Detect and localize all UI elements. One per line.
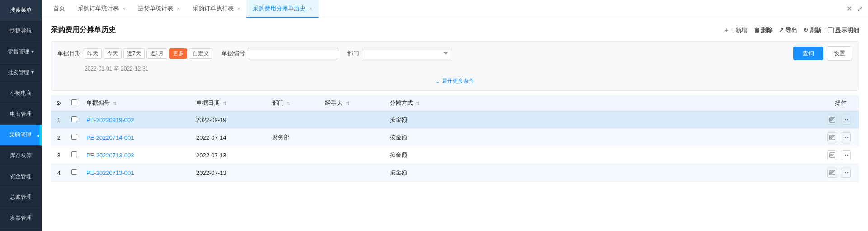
table-row[interactable]: 1 PE-20220919-002 2022-09-19 按金额 bbox=[51, 111, 859, 129]
col-split-method[interactable]: 分摊方式 ⇅ bbox=[385, 95, 823, 111]
view-action-icon[interactable] bbox=[827, 150, 837, 160]
refresh-label: 刷新 bbox=[810, 26, 821, 34]
more-action-icon[interactable] bbox=[841, 150, 851, 160]
row-split-method: 按金额 bbox=[385, 129, 823, 146]
maximize-icon[interactable]: ⤢ bbox=[857, 5, 863, 13]
export-icon: ↗ bbox=[779, 27, 784, 33]
view-action-icon[interactable] bbox=[827, 132, 837, 142]
svg-point-20 bbox=[847, 155, 848, 156]
date-btn-custom[interactable]: 自定义 bbox=[189, 48, 212, 59]
sidebar-item-invoice[interactable]: 发票管理 bbox=[0, 208, 42, 229]
col-settings[interactable]: ⚙ bbox=[51, 95, 67, 111]
export-button[interactable]: ↗ 导出 bbox=[779, 26, 797, 34]
col-label: 部门 bbox=[272, 99, 284, 106]
tab-home[interactable]: 首页 bbox=[47, 0, 71, 18]
date-range-text: 2022-01-01 至 2022-12-31 bbox=[57, 65, 852, 73]
svg-point-11 bbox=[844, 137, 844, 138]
sidebar-item-ledger[interactable]: 总账管理 bbox=[0, 187, 42, 208]
show-cols-checkbox[interactable] bbox=[828, 27, 834, 33]
view-action-icon[interactable] bbox=[827, 115, 837, 125]
close-window-icon[interactable]: ✕ bbox=[846, 5, 852, 13]
row-checkbox[interactable] bbox=[71, 169, 77, 175]
tab-purchase-cost-history[interactable]: 采购费用分摊单历史 × bbox=[246, 0, 318, 18]
sidebar-item-finance[interactable]: 资金管理 bbox=[0, 166, 42, 187]
delete-button[interactable]: 🗑 删除 bbox=[754, 26, 773, 34]
refresh-button[interactable]: ↻ 刷新 bbox=[803, 26, 821, 34]
table-body: 1 PE-20220919-002 2022-09-19 按金额 bbox=[51, 111, 859, 182]
col-dept[interactable]: 部门 ⇅ bbox=[268, 95, 321, 111]
more-action-icon[interactable] bbox=[841, 168, 851, 178]
row-doc-date: 2022-07-13 bbox=[192, 146, 268, 164]
sidebar-item-label: 搜索菜单 bbox=[10, 7, 32, 13]
filter-row-1: 单据日期 昨天 今天 近7天 近1月 更多 自定义 单据编号 bbox=[57, 46, 852, 61]
tab-close-icon[interactable]: × bbox=[309, 6, 312, 11]
row-num: 4 bbox=[51, 164, 67, 182]
row-dept bbox=[268, 146, 321, 164]
table-row[interactable]: 3 PE-20220713-003 2022-07-13 按金额 bbox=[51, 146, 859, 164]
settings-button[interactable]: 设置 bbox=[827, 46, 852, 61]
main-content: 首页 采购订单统计表 × 进货单统计表 × 采购订单执行表 × 采购费用分摊单历… bbox=[42, 0, 868, 231]
show-cols-toggle[interactable]: 显示明细 bbox=[828, 26, 859, 34]
tab-label: 首页 bbox=[53, 5, 65, 13]
sidebar-item-inventory[interactable]: 库存核算 bbox=[0, 146, 42, 166]
sidebar-item-ecommerce[interactable]: 电商管理 bbox=[0, 104, 42, 125]
doc-number-link[interactable]: PE-20220713-003 bbox=[86, 152, 134, 159]
row-actions bbox=[823, 164, 859, 182]
sidebar-item-search[interactable]: 搜索菜单 bbox=[0, 0, 42, 21]
row-checkbox-cell bbox=[67, 164, 82, 182]
sort-icon: ⇅ bbox=[346, 101, 349, 106]
date-filter-label: 单据日期 bbox=[57, 49, 81, 57]
sort-icon: ⇅ bbox=[416, 101, 420, 106]
table-row[interactable]: 4 PE-20220713-001 2022-07-13 按金额 bbox=[51, 164, 859, 182]
expand-more-label: 展开更多条件 bbox=[442, 77, 474, 85]
row-doc-number: PE-20220714-001 bbox=[82, 129, 192, 146]
sidebar-item-retail[interactable]: 零售管理 ▾ bbox=[0, 42, 42, 62]
view-action-icon[interactable] bbox=[827, 168, 837, 178]
row-checkbox[interactable] bbox=[71, 116, 77, 122]
dept-select[interactable]: 财务部 bbox=[362, 48, 452, 59]
select-all-checkbox[interactable] bbox=[71, 99, 77, 105]
row-checkbox[interactable] bbox=[71, 151, 77, 157]
tab-close-icon[interactable]: × bbox=[237, 6, 240, 11]
tab-purchase-order-exec[interactable]: 采购订单执行表 × bbox=[186, 0, 246, 18]
row-handler bbox=[321, 129, 385, 146]
col-doc-date[interactable]: 单据日期 ⇅ bbox=[192, 95, 268, 111]
sidebar: 搜索菜单 快捷导航 零售管理 ▾ 批发管理 ▾ 小畅电商 电商管理 采购管理 ◀… bbox=[0, 0, 42, 231]
doc-number-link[interactable]: PE-20220714-001 bbox=[86, 134, 134, 141]
page-header: 采购费用分摊单历史 ＋ + 新增 🗑 删除 ↗ 导出 ↻ 刷新 bbox=[51, 25, 859, 35]
col-handler[interactable]: 经手人 ⇅ bbox=[321, 95, 385, 111]
chevron-down-icon: ⌄ bbox=[435, 78, 440, 85]
col-doc-number[interactable]: 单据编号 ⇅ bbox=[82, 95, 192, 111]
tab-close-icon[interactable]: × bbox=[177, 6, 179, 11]
filter-bar: 单据日期 昨天 今天 近7天 近1月 更多 自定义 单据编号 bbox=[51, 41, 859, 91]
date-btn-today[interactable]: 今天 bbox=[104, 48, 122, 59]
tab-close-icon[interactable]: × bbox=[123, 6, 125, 11]
svg-point-27 bbox=[847, 172, 848, 173]
doc-number-link[interactable]: PE-20220713-001 bbox=[86, 170, 134, 176]
date-btn-1month[interactable]: 近1月 bbox=[146, 48, 168, 59]
expand-more-btn[interactable]: ⌄ 展开更多条件 bbox=[57, 76, 852, 86]
doc-number-link[interactable]: PE-20220919-002 bbox=[86, 117, 134, 123]
more-action-icon[interactable] bbox=[841, 115, 851, 125]
delete-label: 删除 bbox=[761, 26, 773, 34]
active-indicator-icon: ◀ bbox=[37, 132, 40, 137]
add-button[interactable]: ＋ + 新增 bbox=[723, 26, 747, 34]
col-settings-icon[interactable]: ⚙ bbox=[56, 100, 61, 107]
date-btn-more[interactable]: 更多 bbox=[169, 48, 187, 59]
query-button[interactable]: 查询 bbox=[793, 47, 823, 60]
doc-number-input[interactable] bbox=[248, 48, 338, 59]
sidebar-item-purchase[interactable]: 采购管理 ◀ bbox=[0, 125, 42, 146]
more-action-icon[interactable] bbox=[841, 132, 851, 142]
sidebar-item-quick[interactable]: 快捷导航 bbox=[0, 21, 42, 42]
sidebar-item-label: 发票管理 bbox=[10, 215, 32, 221]
row-checkbox[interactable] bbox=[71, 134, 77, 140]
date-btn-yesterday[interactable]: 昨天 bbox=[84, 48, 102, 59]
sidebar-item-wholesale[interactable]: 批发管理 ▾ bbox=[0, 62, 42, 83]
col-label: 分摊方式 bbox=[390, 99, 413, 106]
date-btn-7days[interactable]: 近7天 bbox=[123, 48, 145, 59]
sidebar-item-ecommerce-small[interactable]: 小畅电商 bbox=[0, 83, 42, 104]
tab-goods-receipt-stats[interactable]: 进货单统计表 × bbox=[132, 0, 186, 18]
tab-purchase-order-stats[interactable]: 采购订单统计表 × bbox=[71, 0, 132, 18]
row-doc-number: PE-20220713-003 bbox=[82, 146, 192, 164]
table-row[interactable]: 2 PE-20220714-001 2022-07-14 财务部 按金额 bbox=[51, 129, 859, 146]
